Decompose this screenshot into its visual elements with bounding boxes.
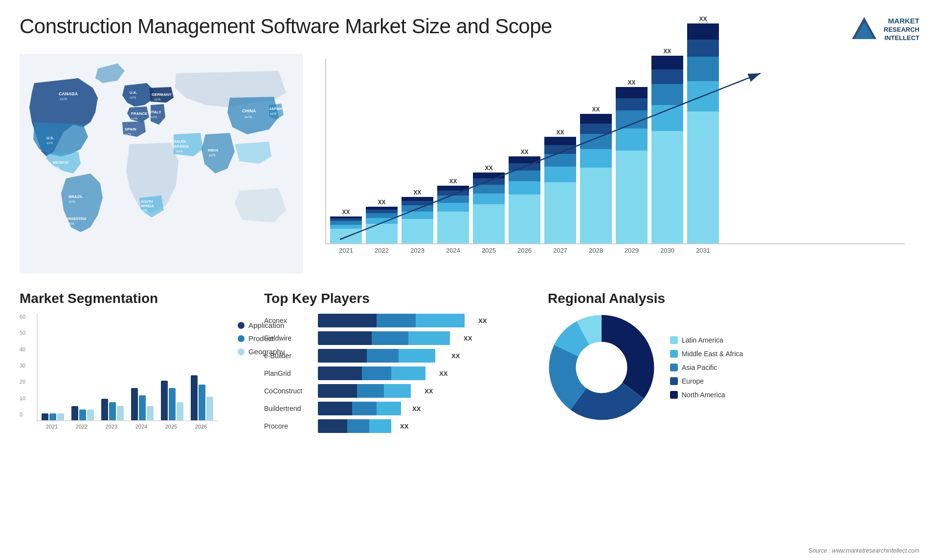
x-label-2024: 2024: [437, 247, 469, 254]
player-row-ebuilder: e-Builder XX: [264, 349, 538, 363]
legend-color-asia-pacific: [670, 364, 678, 371]
svg-text:JAPAN: JAPAN: [269, 107, 282, 111]
seg-x-labels: 2021 2022 2023 2024 2025 2026: [37, 424, 218, 430]
bar-2026: XX: [509, 149, 540, 243]
legend-dot-product: [238, 335, 245, 342]
bar-chart-section: XX XX: [311, 54, 919, 279]
legend-label-middle-east: Middle East & Africa: [682, 350, 743, 358]
x-label-2030: 2030: [651, 247, 683, 254]
legend-label-latin-america: Latin America: [682, 336, 723, 344]
player-value-procore: XX: [400, 423, 408, 430]
player-row-buildertrend: Buildertrend XX: [264, 402, 538, 415]
player-name-fieldwire: Fieldwire: [264, 334, 313, 342]
svg-text:SPAIN: SPAIN: [125, 127, 136, 131]
legend-dot-geography: [238, 348, 245, 355]
world-map: CANADA xx% U.S. xx% MEXICO xx% BRAZIL xx…: [20, 54, 303, 274]
player-name-buildertrend: Buildertrend: [264, 405, 313, 412]
seg-y-axis: 6050403020100: [20, 314, 25, 417]
player-bar-aconex: XX: [318, 314, 538, 327]
logo-icon: [850, 15, 879, 44]
svg-text:U.K.: U.K.: [130, 90, 137, 95]
legend-asia-pacific: Asia Pacific: [670, 364, 743, 371]
x-label-2028: 2028: [580, 247, 612, 254]
seg-wrapper: 6050403020100: [20, 314, 254, 430]
key-players-section: Top Key Players Aconex XX: [264, 291, 538, 433]
bar-2027: XX: [544, 129, 576, 243]
svg-text:xx%: xx%: [270, 112, 276, 115]
player-name-ebuilder: e-Builder: [264, 352, 313, 360]
legend-label-europe: Europe: [682, 377, 704, 385]
logo-line1: MARKET: [884, 16, 919, 26]
svg-text:INDIA: INDIA: [208, 148, 219, 152]
svg-text:ARGENTINA: ARGENTINA: [66, 217, 87, 220]
player-value-buildertrend: XX: [412, 405, 421, 412]
legend-label-north-america: North America: [682, 391, 725, 399]
player-name-plangrid: PlanGrid: [264, 369, 313, 377]
svg-text:FRANCE: FRANCE: [131, 111, 148, 116]
segmentation-title: Market Segmentation: [20, 291, 254, 306]
bar-2025: XX: [473, 165, 505, 243]
player-row-procore: Procore XX: [264, 419, 538, 433]
player-bar-plangrid: XX: [318, 366, 538, 380]
player-bar-fieldwire: XX: [318, 331, 538, 345]
seg-bars: [37, 314, 218, 421]
player-row-plangrid: PlanGrid XX: [264, 366, 538, 380]
svg-text:MEXICO: MEXICO: [53, 160, 68, 165]
page-title: Construction Management Software Market …: [20, 15, 552, 38]
legend-europe: Europe: [670, 377, 743, 385]
bar-2031: XX: [687, 16, 719, 243]
player-value-fieldwire: XX: [464, 335, 472, 342]
svg-text:xx%: xx%: [46, 141, 53, 145]
player-name-coconstruct: CoConstruct: [264, 387, 313, 395]
player-value-ebuilder: XX: [451, 352, 460, 360]
svg-text:BRAZIL: BRAZIL: [68, 194, 83, 199]
x-label-2029: 2029: [616, 247, 648, 254]
svg-text:ITALY: ITALY: [151, 110, 161, 114]
bar-2028: XX: [580, 106, 612, 243]
logo-text: MARKET RESEARCH INTELLECT: [884, 16, 919, 42]
svg-point-42: [576, 342, 627, 393]
x-label-2027: 2027: [544, 247, 576, 254]
svg-text:GERMANY: GERMANY: [152, 92, 172, 97]
svg-text:U.S.: U.S.: [46, 136, 54, 140]
player-bar-procore: XX: [318, 419, 538, 433]
svg-text:CHINA: CHINA: [242, 108, 256, 113]
player-value-plangrid: XX: [439, 370, 447, 377]
donut-legend: Latin America Middle East & Africa Asia …: [670, 336, 743, 399]
player-value-coconstruct: XX: [425, 388, 433, 395]
legend-color-north-america: [670, 391, 678, 399]
legend-color-europe: [670, 377, 678, 385]
logo-line3: INTELLECT: [884, 34, 919, 43]
svg-text:xx%: xx%: [67, 222, 74, 225]
bar-chart-x-labels: 2021 2022 2023 2024 2025 2026 2027 2028 …: [325, 247, 905, 254]
legend-dot-application: [238, 322, 245, 329]
x-label-2022: 2022: [366, 247, 398, 254]
legend-color-latin-america: [670, 336, 678, 344]
bar-2021: XX: [330, 209, 362, 243]
svg-text:xx%: xx%: [130, 96, 136, 99]
svg-text:xx%: xx%: [68, 200, 75, 203]
bar-2024: XX: [437, 178, 469, 243]
logo-line2: RESEARCH: [884, 26, 919, 34]
player-row-coconstruct: CoConstruct XX: [264, 384, 538, 398]
svg-text:xx%: xx%: [176, 150, 182, 153]
svg-text:xx%: xx%: [125, 132, 131, 136]
player-name-aconex: Aconex: [264, 317, 313, 324]
bar-2022: XX: [366, 199, 398, 243]
svg-text:xx%: xx%: [53, 166, 59, 169]
donut-chart: [548, 314, 655, 421]
player-bar-ebuilder: XX: [318, 349, 538, 363]
player-row-fieldwire: Fieldwire XX: [264, 331, 538, 345]
player-row-aconex: Aconex XX: [264, 314, 538, 327]
x-label-2031: 2031: [687, 247, 719, 254]
regional-section: Regional Analysis: [548, 291, 919, 433]
bar-chart-bars: XX XX: [325, 59, 905, 244]
x-label-2026: 2026: [509, 247, 540, 254]
svg-text:xx%: xx%: [141, 209, 147, 212]
svg-text:SOUTH: SOUTH: [141, 200, 153, 203]
svg-text:xx%: xx%: [60, 97, 67, 101]
donut-container: Latin America Middle East & Africa Asia …: [548, 314, 919, 421]
seg-chart-wrapper: 6050403020100: [20, 314, 218, 430]
x-label-2023: 2023: [402, 247, 433, 254]
bar-2030: XX: [651, 48, 683, 243]
